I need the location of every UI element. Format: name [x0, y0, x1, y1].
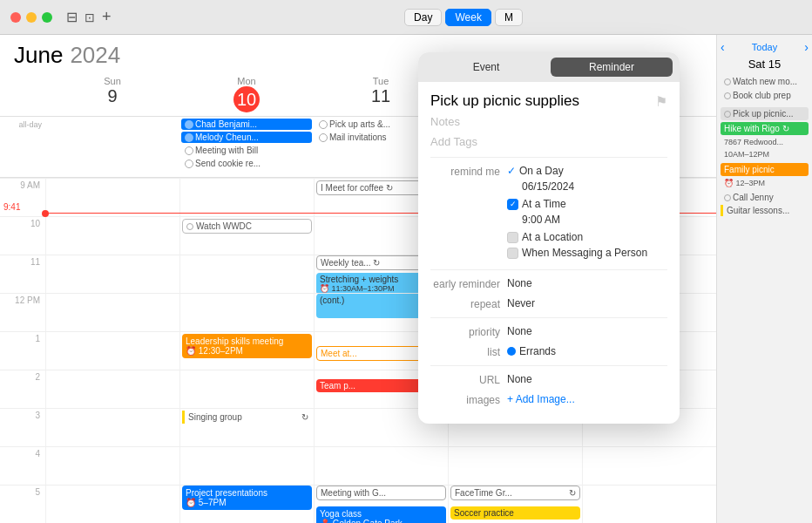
time-slot-mon-3pm: Singing group ↻ — [179, 408, 314, 446]
sat-event-guitar[interactable]: Guitar lessons... — [721, 205, 809, 216]
list-value[interactable]: Errands — [507, 345, 667, 357]
popup-tab-reminder[interactable]: Reminder — [551, 58, 673, 77]
time-label-1pm: 1 — [0, 331, 45, 370]
at-a-time-value[interactable]: 9:00 AM — [522, 214, 667, 226]
on-a-day-label[interactable]: On a Day — [519, 165, 564, 177]
time-slot-wed-5pm: FaceTime Gr... ↻ Soccer practice — [448, 485, 582, 523]
event-facetime[interactable]: FaceTime Gr... ↻ — [450, 486, 580, 500]
popup-row-repeat: repeat Never — [430, 297, 667, 310]
close-button[interactable] — [10, 12, 21, 23]
current-time-dot — [42, 210, 49, 217]
event-yoga[interactable]: Yoga class 📍 Golden Gate Park 5:15–6:45P… — [316, 506, 446, 523]
allday-event-melody[interactable]: Melody Cheun... — [181, 132, 312, 143]
sat-event-hike-time: 10AM–12PM — [721, 149, 809, 160]
at-a-location-checkbox[interactable] — [507, 232, 518, 243]
time-label-4pm: 4 — [0, 446, 45, 485]
popup-body: Pick up picnic supplies ⚑ Notes Add Tags… — [418, 82, 680, 424]
event-project-presentations[interactable]: Project presentations ⏰ 5–7PM — [182, 486, 312, 510]
at-a-location-row: At a Location — [507, 231, 667, 243]
next-button[interactable]: › — [804, 40, 809, 54]
popup-divider-3 — [430, 317, 667, 318]
repeat-label: repeat — [430, 297, 500, 310]
time-slot-sun-4pm — [45, 446, 179, 485]
on-a-day-date[interactable]: 06/15/2024 — [522, 180, 667, 193]
sat-label: Sat 15 — [721, 58, 809, 71]
allday-event-chad[interactable]: Chad Benjami... — [181, 119, 312, 130]
sat-event-pickup-picnic[interactable]: Pick up picnic... — [721, 107, 809, 120]
event-leadership[interactable]: Leadership skills meeting ⏰ 12:30–2PM — [182, 334, 312, 358]
repeat-value[interactable]: Never — [507, 297, 667, 309]
time-slot-partial-4pm — [582, 446, 716, 485]
add-image-button[interactable]: + Add Image... — [507, 393, 667, 405]
time-slot-mon-4pm — [179, 446, 314, 485]
time-slot-mon-1pm: Leadership skills meeting ⏰ 12:30–2PM — [179, 331, 314, 370]
popup-flag-icon[interactable]: ⚑ — [655, 93, 667, 110]
time-slot-mon-5pm: Project presentations ⏰ 5–7PM — [179, 485, 314, 523]
popup-tags-field[interactable]: Add Tags — [430, 135, 667, 148]
month-view-button[interactable]: M — [495, 9, 523, 26]
popup-tab-event[interactable]: Event — [425, 58, 547, 77]
when-messaging-checkbox[interactable] — [507, 248, 518, 259]
on-a-day-row: ✓ On a Day — [507, 165, 667, 177]
maximize-button[interactable] — [42, 12, 52, 23]
add-icon[interactable]: + — [102, 8, 112, 26]
time-slot-tue-5pm: Meeting with G... Yoga class 📍 Golden Ga… — [314, 485, 448, 523]
allday-event-cookie[interactable]: Send cookie re... — [181, 158, 312, 169]
allday-event-meeting-bill[interactable]: Meeting with Bill — [181, 145, 312, 156]
sat-events: Watch new mo... Book club prep Pick up p… — [721, 76, 809, 218]
sat-timed-events: Pick up picnic... Hike with Rigo ↻ 7867 … — [721, 107, 809, 218]
traffic-lights — [10, 12, 52, 23]
popup-title-row: Pick up picnic supplies ⚑ — [430, 92, 667, 110]
day-header-mon: Mon 10 — [179, 72, 314, 116]
at-a-time-checkbox[interactable] — [507, 199, 518, 210]
time-slot-sun-1pm — [45, 331, 179, 370]
when-messaging-label[interactable]: When Messaging a Person — [522, 247, 647, 259]
sat-event-watch[interactable]: Watch new mo... — [721, 76, 809, 87]
popup-notes-field[interactable]: Notes — [430, 115, 667, 128]
time-row-5pm: 5 Project presentations ⏰ 5–7PM Meeting … — [0, 485, 716, 523]
popup-row-images: images + Add Image... — [430, 393, 667, 406]
time-slot-sun-2pm — [45, 370, 179, 408]
event-singing[interactable]: Singing group ↻ — [182, 411, 312, 424]
sat-event-family-picnic[interactable]: Family picnic — [721, 163, 809, 176]
mini-nav: ‹ Today › — [721, 40, 809, 54]
sat-event-hike-sub: 7867 Redwood... — [721, 137, 809, 147]
event-watch-wwdc[interactable]: Watch WWDC — [182, 219, 312, 234]
inbox-icon[interactable]: ⊡ — [85, 10, 95, 24]
time-slot-mon-10am: Watch WWDC — [179, 216, 314, 255]
popup-row-early-reminder: early reminder None — [430, 277, 667, 290]
minimize-button[interactable] — [26, 12, 37, 23]
time-label-3pm: 3 — [0, 408, 45, 446]
url-label: URL — [430, 373, 500, 386]
week-view-button[interactable]: Week — [445, 9, 491, 26]
priority-label: priority — [430, 325, 500, 338]
right-sidebar: ‹ Today › Sat 15 Watch new mo... Book cl… — [716, 35, 812, 523]
prev-button[interactable]: ‹ — [721, 40, 725, 54]
sidebar-icon[interactable]: ⊟ — [66, 9, 78, 25]
at-a-time-label[interactable]: At a Time — [522, 198, 566, 210]
sat-event-bookclub[interactable]: Book club prep — [721, 90, 809, 101]
url-value[interactable]: None — [507, 373, 667, 385]
priority-value[interactable]: None — [507, 325, 667, 337]
popup-divider-4 — [430, 365, 667, 366]
today-button[interactable]: Today — [752, 42, 777, 52]
popup-title: Pick up picnic supplies — [430, 92, 579, 110]
when-messaging-row: When Messaging a Person — [507, 247, 667, 259]
at-a-location-label[interactable]: At a Location — [522, 231, 583, 243]
event-meeting-g[interactable]: Meeting with G... — [316, 486, 446, 500]
event-soccer[interactable]: Soccer practice — [450, 506, 580, 520]
sat-event-hike[interactable]: Hike with Rigo ↻ — [721, 122, 809, 135]
popup-row-list: list Errands — [430, 345, 667, 358]
day-view-button[interactable]: Day — [404, 9, 442, 26]
list-label: list — [430, 345, 500, 358]
time-label-11am: 11 — [0, 255, 45, 293]
time-slot-mon-12pm — [179, 293, 314, 331]
at-a-time-row: At a Time — [507, 198, 667, 210]
sat-event-call-jenny[interactable]: Call Jenny — [721, 192, 809, 203]
early-reminder-value[interactable]: None — [507, 277, 667, 289]
list-color-dot — [507, 347, 516, 356]
time-label-10am: 10 — [0, 216, 45, 255]
day-header-sun: Sun 9 — [45, 72, 179, 116]
time-slot-mon-9am — [179, 178, 314, 216]
popup-divider-2 — [430, 269, 667, 270]
